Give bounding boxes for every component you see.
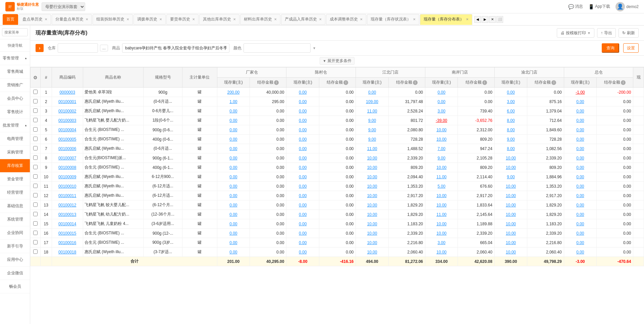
expand-more-btn[interactable]: ▼ 展开更多条件: [320, 57, 354, 65]
tab-2-close[interactable]: ✕: [86, 17, 88, 21]
fstock-link[interactable]: 0.00: [229, 231, 237, 236]
cstock-link[interactable]: 0.00: [299, 184, 307, 189]
jstock-link[interactable]: 9.00: [368, 137, 376, 142]
tab-1-close[interactable]: ✕: [45, 17, 47, 21]
nstock-link[interactable]: 9.00: [438, 156, 445, 160]
user-area[interactable]: 👤 demo2: [615, 2, 639, 11]
fstock-link[interactable]: 0.00: [229, 222, 237, 226]
cstock-link[interactable]: 0.00: [299, 193, 307, 198]
sidebar-item-enterprise-wechat[interactable]: 企业微信: [0, 267, 30, 280]
nstock-link[interactable]: 0.00: [438, 99, 445, 104]
ystock-link[interactable]: 8.00: [507, 118, 515, 123]
sidebar-item-operations[interactable]: 经营管理: [0, 186, 30, 199]
cstock-link[interactable]: 0.00: [299, 146, 307, 151]
cstock-link[interactable]: 0.00: [299, 99, 307, 104]
cell-check[interactable]: [31, 200, 41, 210]
code-link[interactable]: 0000003: [59, 90, 75, 95]
fstock-link[interactable]: 0.00: [229, 109, 237, 113]
jstock-link[interactable]: 109.00: [366, 99, 378, 104]
cstock-link[interactable]: 0.00: [299, 90, 307, 95]
tstock-link[interactable]: 0.00: [576, 184, 584, 189]
info-icon-6[interactable]: i: [621, 80, 626, 85]
tab-7-close[interactable]: ✕: [274, 17, 277, 21]
nstock-link[interactable]: 10.00: [436, 250, 446, 254]
cell-check[interactable]: [31, 229, 41, 238]
ystock-link[interactable]: 10.00: [506, 250, 516, 254]
tstock-link[interactable]: 0.00: [576, 128, 584, 132]
sidebar-item-enterprise-collab[interactable]: 企业协同: [0, 226, 30, 240]
row-checkbox[interactable]: [33, 118, 38, 122]
tstock-link[interactable]: 0.00: [576, 109, 584, 113]
cstock-link[interactable]: 0.00: [299, 156, 307, 160]
jstock-link[interactable]: 10.00: [367, 165, 377, 170]
cstock-link[interactable]: 0.00: [299, 240, 307, 245]
sidebar-item-ecommerce[interactable]: 电商管理: [0, 132, 30, 146]
cell-check[interactable]: [31, 219, 41, 229]
sidebar-item-system[interactable]: 系统管理: [0, 213, 30, 226]
fstock-link[interactable]: 0.00: [229, 156, 237, 160]
fstock-link[interactable]: 0.00: [229, 118, 237, 123]
nstock-link[interactable]: 10.00: [436, 193, 446, 198]
tab-3[interactable]: 组装拆卸单历史 ✕: [93, 14, 133, 25]
code-link[interactable]: 00100003: [58, 118, 76, 123]
code-link[interactable]: 00100013: [58, 212, 76, 217]
cstock-link[interactable]: 0.00: [299, 175, 307, 179]
tab-8[interactable]: 产成品入库单历史 ✕: [281, 14, 325, 25]
cstock-link[interactable]: 0.00: [299, 118, 307, 123]
jstock-link[interactable]: 10.00: [367, 240, 377, 245]
tab-4-close[interactable]: ✕: [159, 17, 162, 21]
cell-check[interactable]: [31, 247, 41, 257]
tab-4[interactable]: 调拨单历史 ✕: [133, 14, 166, 25]
jstock-link[interactable]: 9.00: [368, 118, 376, 123]
tab-prev-btn[interactable]: ◀: [474, 16, 481, 23]
ystock-link[interactable]: 10.00: [506, 165, 516, 170]
cstock-link[interactable]: 0.00: [299, 203, 307, 207]
fstock-link[interactable]: 0.00: [229, 212, 237, 217]
row-checkbox[interactable]: [33, 127, 38, 132]
collapse-btn[interactable]: ›: [36, 44, 44, 52]
print-btn[interactable]: 🖨 按模板打印 ▼: [557, 28, 594, 38]
settings-btn[interactable]: 设置: [623, 43, 639, 53]
tstock-link[interactable]: 0.00: [576, 240, 584, 245]
nstock-link[interactable]: 10.00: [436, 165, 446, 170]
cell-check[interactable]: [31, 153, 41, 163]
jstock-link[interactable]: 10.00: [367, 222, 377, 226]
cstock-link[interactable]: 0.00: [299, 250, 307, 254]
row-checkbox[interactable]: [33, 202, 38, 207]
tab-6[interactable]: 其他出库单历史 ✕: [199, 14, 239, 25]
fstock-link[interactable]: 0.00: [229, 193, 237, 198]
tab-close-all-btn[interactable]: ✕: [489, 16, 496, 23]
ystock-link[interactable]: 8.00: [507, 146, 515, 151]
ystock-link[interactable]: 10.00: [506, 231, 516, 236]
row-checkbox[interactable]: [33, 146, 38, 150]
cell-check[interactable]: [31, 116, 41, 125]
sidebar-nav-shortcut[interactable]: 快捷导航: [0, 41, 30, 50]
tstock-link[interactable]: 0.00: [576, 99, 584, 104]
industry-dropdown[interactable]: 母婴行业演示陈套: [42, 2, 85, 11]
code-link[interactable]: 00100011: [58, 193, 76, 198]
nstock-link[interactable]: 10.00: [436, 137, 446, 142]
row-checkbox[interactable]: [33, 221, 38, 226]
tab-8-close[interactable]: ✕: [319, 17, 322, 21]
ystock-link[interactable]: 10.00: [506, 156, 516, 160]
nstock-link[interactable]: 10.00: [436, 222, 446, 226]
sidebar-item-retail-mall[interactable]: 零售商城: [0, 65, 30, 79]
sidebar-item-finance[interactable]: 资金管理: [0, 173, 30, 186]
code-link[interactable]: 00100005: [58, 137, 76, 142]
row-checkbox[interactable]: [33, 99, 38, 103]
tstock-link[interactable]: 0.00: [576, 118, 584, 123]
code-link[interactable]: 00100014: [58, 222, 76, 226]
tab-5-close[interactable]: ✕: [192, 17, 195, 21]
ystock-link[interactable]: 0.00: [507, 90, 515, 95]
sidebar-item-marketing[interactable]: 营销推广: [0, 79, 30, 92]
jstock-link[interactable]: 10.00: [367, 175, 377, 179]
th-gear[interactable]: ⚙: [31, 67, 41, 88]
tab-11-close[interactable]: ✕: [466, 17, 469, 21]
tab-9-close[interactable]: ✕: [360, 17, 363, 21]
tab-3-close[interactable]: ✕: [126, 17, 129, 21]
row-checkbox[interactable]: [33, 137, 38, 141]
tab-2[interactable]: 分量盘点单历史 ✕: [52, 14, 92, 25]
code-link[interactable]: 00100002: [58, 109, 76, 113]
tab-10-close[interactable]: ✕: [413, 17, 416, 21]
nstock-link[interactable]: 10.00: [436, 128, 446, 132]
